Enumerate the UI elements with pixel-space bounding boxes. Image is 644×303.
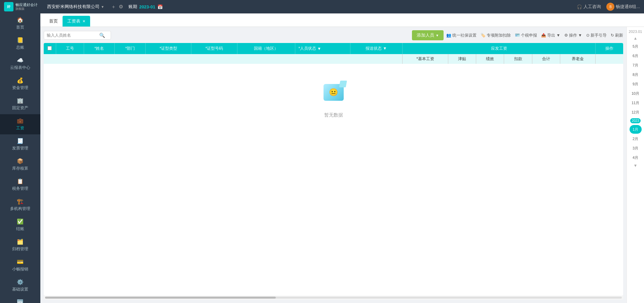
sidebar-item-home[interactable]: 🏠 首页 (0, 13, 40, 34)
th-base-salary: *基本工资 (402, 54, 448, 64)
empty-cube: 😐 (324, 84, 344, 101)
timeline-month-6[interactable]: 6月 (630, 51, 642, 60)
sidebar-item-cloud[interactable]: ☁️ 云报表中心 (0, 54, 40, 74)
toolbar: 🔍 添加人员 ▼ 👥 统一社保设置 (44, 30, 623, 40)
table-header-row1: 工号 *姓名 *部门 *证型类型 *证型号码 国籍（地区） *人员状态 ▼ (44, 43, 623, 54)
timeline-month-9[interactable]: 9月 (630, 80, 642, 88)
report-filter-icon[interactable]: ▼ (383, 46, 387, 51)
timeline-month-8[interactable]: 8月 (630, 70, 642, 79)
sidebar-item-assets[interactable]: 🏢 固定资产 (0, 94, 40, 114)
th-salary-group: 应发工资 (402, 43, 595, 54)
main-panel: 🔍 添加人员 ▼ 👥 统一社保设置 (40, 27, 627, 303)
sidebar-item-salary[interactable]: 💼 工资 (0, 114, 40, 134)
search-box: 🔍 (44, 31, 111, 40)
sidebar-item-invoice[interactable]: 🧾 发票管理 (0, 134, 40, 155)
timeline-month-5[interactable]: 5月 (630, 42, 642, 51)
guide-button[interactable]: ⊙ 新手引导 (586, 33, 607, 38)
th-cert-no: *证型号码 (191, 43, 237, 54)
search-icon[interactable]: 🔍 (99, 33, 105, 38)
company-selector[interactable]: 西安虾米网络科技有限公司 ▼ (44, 2, 107, 11)
timeline-month-4[interactable]: 4月 (630, 153, 642, 162)
sidebar-item-ledger[interactable]: 📒 总账 (0, 34, 40, 54)
th-report-status: 报送状态 ▼ (350, 43, 403, 54)
refresh-icon: ↻ (611, 33, 614, 38)
calendar-icon[interactable]: 📅 (157, 4, 163, 9)
guide-toolbar-icon: ⊙ (586, 33, 590, 38)
sidebar: 🏠 首页 📒 总账 ☁️ 云报表中心 💰 资金管理 🏢 固定资产 💼 工资 🧾 … (0, 13, 40, 303)
th-id: 工号 (56, 43, 84, 54)
invoice-icon: 🧾 (17, 138, 24, 144)
page-content: 🔍 添加人员 ▼ 👥 统一社保设置 (40, 27, 627, 303)
select-all-checkbox[interactable] (47, 46, 52, 50)
th-dept: *部门 (115, 43, 146, 54)
timeline-month-3[interactable]: 3月 (630, 144, 642, 153)
content-with-timeline: 🔍 添加人员 ▼ 👥 统一社保设置 (40, 27, 644, 303)
th-total: 合计 (532, 54, 560, 64)
tax-icon: 📋 (17, 178, 24, 184)
salary-icon: 💼 (17, 118, 24, 124)
funds-icon: 💰 (17, 77, 24, 84)
service-button[interactable]: 🎧 人工咨询 (577, 4, 601, 10)
timeline-month-2[interactable]: 2月 (630, 134, 642, 143)
inventory-icon: 📦 (17, 158, 24, 164)
search-input[interactable] (47, 33, 97, 38)
top-bar-actions: ＋ ⚙ (111, 4, 123, 10)
timeline-month-11[interactable]: 11月 (630, 98, 642, 107)
th-nationality: 国籍（地区） (237, 43, 295, 54)
avatar: B (606, 3, 614, 11)
sidebar-item-settings[interactable]: ⚙️ 基础设置 (0, 275, 40, 296)
empty-state: 😐 暂无数据 (44, 64, 623, 138)
social-security-button[interactable]: 👥 统一社保设置 (446, 33, 477, 38)
sidebar-item-archive[interactable]: 🗂️ 归档管理 (0, 235, 40, 255)
checkout-icon: ✅ (17, 218, 24, 225)
archive-icon: 🗂️ (17, 239, 24, 245)
sidebar-item-tax[interactable]: 📋 税务管理 (0, 175, 40, 195)
settings-icon[interactable]: ⚙ (119, 4, 123, 10)
timeline-month-7[interactable]: 7月 (630, 61, 642, 70)
top-bar-right: 🎧 人工咨询 B 畅捷通B组... (577, 3, 640, 11)
salary-table: 工号 *姓名 *部门 *证型类型 *证型号码 国籍（地区） *人员状态 ▼ (44, 43, 623, 296)
timeline-up-nav[interactable]: ▲ (631, 35, 640, 42)
sidebar-item-inventory[interactable]: 📦 库存核算 (0, 155, 40, 175)
scrollbar-thumb[interactable] (45, 297, 276, 299)
timeline-down-nav[interactable]: ▼ (631, 162, 640, 169)
scrollbar-track[interactable] (45, 297, 622, 299)
add-person-button[interactable]: 添加人员 ▼ (412, 30, 444, 40)
sidebar-item-multi[interactable]: 🏗️ 多机构管理 (0, 195, 40, 215)
logo-text: 畅应通好会计 旗舰版 (15, 3, 38, 11)
app-logo: 好 畅应通好会计 旗舰版 (4, 2, 44, 11)
operation-button[interactable]: ⚙ 操作 ▼ (564, 33, 582, 38)
tab-home[interactable]: 首页 (44, 16, 63, 27)
add-company-icon[interactable]: ＋ (111, 4, 116, 10)
home-icon: 🏠 (17, 17, 24, 23)
deduction-button[interactable]: 🏷️ 专项附加扣除 (481, 33, 511, 38)
main-layout: 🏠 首页 📒 总账 ☁️ 云报表中心 💰 资金管理 🏢 固定资产 💼 工资 🧾 … (0, 13, 644, 303)
export-button[interactable]: 📤 导出 ▼ (541, 33, 560, 38)
chevron-down-icon: ▼ (101, 5, 104, 9)
settings-sidebar-icon: ⚙️ (17, 279, 24, 285)
tabs-bar: 首页 工资表 ✕ (40, 13, 644, 27)
timeline-month-1[interactable]: 1月 (630, 125, 642, 134)
refresh-button[interactable]: ↻ 刷新 (611, 33, 623, 38)
tax-button[interactable]: 🪪 个税申报 (515, 33, 537, 38)
sidebar-item-guide[interactable]: 🆕 新手引导 (0, 296, 40, 303)
sidebar-item-funds[interactable]: 💰 资金管理 (0, 74, 40, 94)
cloud-icon: ☁️ (17, 57, 24, 63)
toolbar-actions: 👥 统一社保设置 🏷️ 专项附加扣除 🪪 个税申报 (446, 33, 623, 38)
filter-icon[interactable]: ▼ (317, 46, 321, 51)
sidebar-item-expense[interactable]: 💳 小畅报销 (0, 255, 40, 275)
tab-salary-table[interactable]: 工资表 ✕ (63, 16, 90, 27)
current-period-label: 2023.01 (629, 28, 642, 35)
year-badge: 2023 (630, 118, 640, 123)
user-menu[interactable]: B 畅捷通B组... (606, 3, 640, 11)
operation-icon: ⚙ (564, 33, 568, 38)
th-spacer (44, 54, 402, 64)
content-area: 首页 工资表 ✕ 🔍 (40, 13, 644, 303)
empty-row: 😐 暂无数据 (44, 64, 623, 138)
timeline-month-12[interactable]: 12月 (630, 108, 642, 117)
sidebar-item-checkout[interactable]: ✅ 结账 (0, 215, 40, 235)
empty-icon: 😐 (320, 84, 347, 107)
timeline-month-10[interactable]: 10月 (630, 89, 642, 98)
th-pension: 养老金 (560, 54, 595, 64)
tab-close-icon[interactable]: ✕ (82, 19, 85, 24)
